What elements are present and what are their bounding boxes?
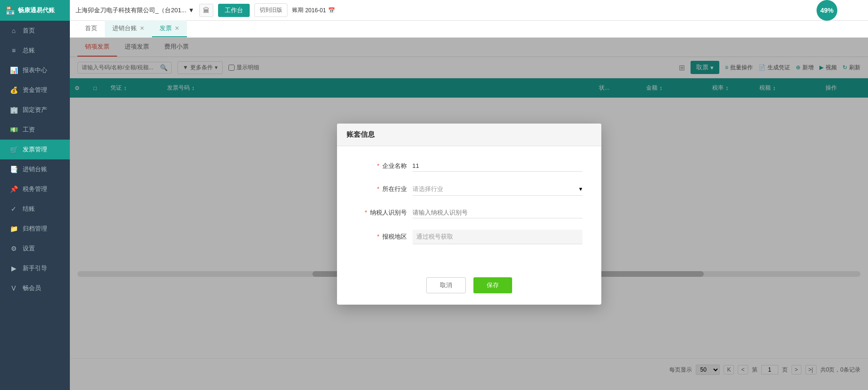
payroll-icon: 💵	[9, 126, 18, 133]
sidebar-item-tax-label: 税务管理	[23, 185, 47, 193]
company-name-label: * 企业名称	[356, 162, 413, 170]
sidebar-item-home-label: 首页	[23, 26, 35, 35]
save-button[interactable]: 保存	[473, 277, 512, 293]
modal-body: * 企业名称 * 所在行业 请选择行业 ▾	[337, 146, 601, 270]
app-logo: 🏪 畅康通易代账	[0, 0, 70, 21]
tax-region-required: *	[377, 233, 379, 240]
sidebar-item-purchase-label: 进销台账	[23, 165, 47, 174]
guide-icon: ▶	[9, 265, 18, 272]
tab-purchase-sales-label: 进销台账	[112, 24, 137, 33]
sidebar: 🏪 畅康通易代账 ⌂ 首页 ≡ 总账 📊 报表中心 💰 资金管理 🏢 固定资产 …	[0, 0, 70, 390]
topbar: 上海卯金刀电子科技有限公司_（台201... ▼ 🏛 工作台 切到旧版 账期 2…	[70, 0, 868, 21]
industry-placeholder: 请选择行业	[413, 185, 443, 193]
sidebar-item-settlement-label: 结账	[23, 205, 35, 213]
settlement-icon: ✓	[9, 205, 18, 213]
industry-label: * 所在行业	[356, 185, 413, 193]
finance-icon: 💰	[9, 86, 18, 94]
sidebar-item-archive[interactable]: 📁 归档管理	[0, 219, 70, 239]
industry-chevron-icon: ▾	[579, 185, 582, 192]
sidebar-item-payroll-label: 工资	[23, 125, 35, 134]
invoice-icon: 🛒	[9, 146, 18, 153]
period-value: 2016-01	[305, 7, 326, 14]
sidebar-item-assets[interactable]: 🏢 固定资产	[0, 100, 70, 120]
sidebar-item-invoice-label: 发票管理	[23, 145, 47, 154]
company-name-required: *	[377, 162, 379, 169]
ledger-icon: ≡	[9, 47, 18, 54]
tax-region-placeholder: 通过税号获取	[416, 233, 453, 240]
company-name: 上海卯金刀电子科技有限公司_（台201...	[76, 6, 186, 15]
speed-up: ▲ 8.5K/s	[843, 5, 862, 10]
company-name-input[interactable]	[413, 160, 582, 172]
logo-icon: 🏪	[6, 6, 15, 15]
tax-region-label: * 报税地区	[356, 232, 413, 241]
tab-invoice-label: 发票	[160, 24, 172, 33]
network-speeds: ▲ 8.5K/s ▼ 2.6K/s	[843, 5, 862, 16]
company-selector[interactable]: 上海卯金刀电子科技有限公司_（台201... ▼	[76, 6, 194, 15]
network-indicator: 49%	[817, 0, 837, 21]
reports-icon: 📊	[9, 66, 18, 74]
speed-down: ▼ 2.6K/s	[843, 10, 862, 16]
period-display: 账期 2016-01 📅	[292, 6, 335, 14]
sidebar-item-tax-mgmt[interactable]: 📌 税务管理	[0, 179, 70, 199]
sidebar-item-guide[interactable]: ▶ 新手引导	[0, 258, 70, 278]
form-row-company-name: * 企业名称	[356, 160, 582, 172]
home-icon: ⌂	[9, 27, 18, 34]
industry-select[interactable]: 请选择行业 ▾	[413, 183, 582, 196]
sidebar-item-reports-label: 报表中心	[23, 66, 47, 75]
period-label: 账期	[292, 6, 303, 14]
tab-purchase-sales[interactable]: 进销台账 ✕	[105, 20, 152, 37]
tab-invoice[interactable]: 发票 ✕	[152, 20, 187, 37]
industry-required: *	[377, 185, 379, 192]
tax-icon: 📌	[9, 185, 18, 193]
sidebar-item-reports[interactable]: 📊 报表中心	[0, 60, 70, 80]
old-version-label: 切到旧版	[260, 7, 282, 13]
sidebar-item-ledger-label: 总账	[23, 46, 35, 55]
sidebar-item-membership[interactable]: V 畅会员	[0, 278, 70, 298]
sidebar-item-guide-label: 新手引导	[23, 264, 47, 273]
sidebar-item-membership-label: 畅会员	[23, 284, 41, 292]
app-name: 畅康通易代账	[18, 6, 55, 15]
sidebar-item-archive-label: 归档管理	[23, 224, 47, 233]
workbench-button[interactable]: 工作台	[218, 4, 250, 17]
modal-footer: 取消 保存	[337, 270, 601, 305]
calendar-icon[interactable]: 📅	[328, 7, 335, 14]
modal-header: 账套信息	[337, 124, 601, 146]
tab-purchase-sales-close[interactable]: ✕	[140, 25, 144, 32]
tax-id-input[interactable]	[413, 207, 582, 218]
cancel-button[interactable]: 取消	[426, 277, 466, 293]
form-row-tax-id: * 纳税人识别号	[356, 207, 582, 218]
sidebar-item-home[interactable]: ⌂ 首页	[0, 21, 70, 41]
sidebar-item-settings[interactable]: ⚙ 设置	[0, 239, 70, 258]
sidebar-item-purchase-sales[interactable]: 📑 进销台账	[0, 159, 70, 179]
old-version-button[interactable]: 切到旧版	[254, 3, 287, 17]
tab-home[interactable]: 首页	[77, 20, 105, 37]
tax-id-label: * 纳税人识别号	[356, 208, 413, 217]
company-icon-btn[interactable]: 🏛	[199, 4, 213, 17]
main-content: 上海卯金刀电子科技有限公司_（台201... ▼ 🏛 工作台 切到旧版 账期 2…	[70, 0, 868, 390]
form-row-tax-region: * 报税地区 通过税号获取	[356, 230, 582, 244]
tabs-bar: 首页 进销台账 ✕ 发票 ✕	[70, 21, 868, 38]
assets-icon: 🏢	[9, 106, 18, 114]
purchase-icon: 📑	[9, 166, 18, 173]
sidebar-item-settings-label: 设置	[23, 244, 35, 253]
membership-icon: V	[9, 284, 18, 292]
company-dropdown-icon: ▼	[188, 7, 194, 14]
modal-title: 账套信息	[346, 130, 375, 138]
form-row-industry: * 所在行业 请选择行业 ▾	[356, 183, 582, 196]
building-icon: 🏛	[203, 7, 210, 14]
topbar-right: 49% ▲ 8.5K/s ▼ 2.6K/s	[817, 0, 862, 21]
gear-icon: ⚙	[9, 245, 18, 252]
tab-invoice-close[interactable]: ✕	[175, 25, 179, 32]
sidebar-item-general-ledger[interactable]: ≡ 总账	[0, 41, 70, 60]
modal-overlay: 账套信息 * 企业名称 * 所在行	[70, 38, 868, 390]
network-percent: 49%	[820, 7, 834, 14]
sidebar-item-finance[interactable]: 💰 资金管理	[0, 80, 70, 100]
sidebar-item-payroll[interactable]: 💵 工资	[0, 120, 70, 140]
sidebar-item-invoice-mgmt[interactable]: 🛒 发票管理	[0, 140, 70, 159]
sidebar-item-finance-label: 资金管理	[23, 86, 47, 94]
archive-icon: 📁	[9, 225, 18, 232]
sidebar-item-settlement[interactable]: ✓ 结账	[0, 199, 70, 219]
workbench-label: 工作台	[225, 7, 243, 14]
account-info-modal: 账套信息 * 企业名称 * 所在行	[337, 124, 601, 305]
sidebar-item-assets-label: 固定资产	[23, 106, 47, 114]
